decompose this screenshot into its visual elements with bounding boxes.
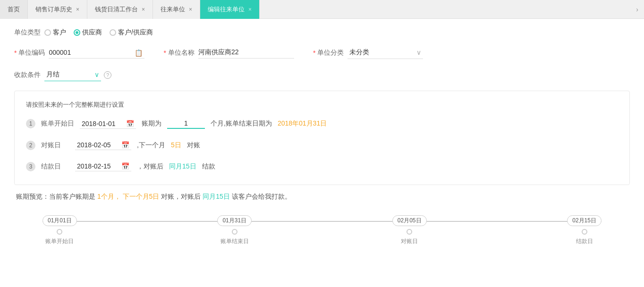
radio-supplier[interactable]: 供应商 bbox=[74, 28, 102, 37]
timeline-dot-0 bbox=[57, 229, 62, 235]
period-suffix-label-1: 账期为 bbox=[142, 119, 161, 128]
payment-terms-arrow: ∨ bbox=[94, 71, 99, 78]
unit-type-row: 单位类型 客户 供应商 客户/供应商 bbox=[14, 28, 630, 37]
timeline-point-1: 01月31日 账单结束日 bbox=[217, 215, 252, 245]
preview-middle: 对账，对账后 bbox=[161, 193, 201, 200]
period-highlight-date-1: 2018年01月31日 bbox=[278, 119, 327, 128]
tab-home[interactable]: 首页 bbox=[0, 0, 28, 19]
radio-both[interactable]: 客户/供应商 bbox=[110, 28, 153, 37]
timeline-label-2: 对账日 bbox=[401, 237, 418, 245]
period-date-3: 📅 bbox=[75, 161, 131, 171]
period-highlight-2: 5日 bbox=[171, 141, 181, 150]
period-date-input-2[interactable] bbox=[77, 141, 119, 149]
unit-name-group: * 单位名称 bbox=[163, 47, 294, 59]
preview-part3: 同月15日 bbox=[203, 193, 230, 200]
page-content: 单位类型 客户 供应商 客户/供应商 * 单位编码 📋 bbox=[0, 19, 644, 287]
payment-terms-value: 月结 bbox=[46, 70, 59, 79]
payment-terms-help[interactable]: ? bbox=[104, 71, 111, 79]
period-date-1: 📅 bbox=[80, 119, 136, 129]
timeline-point-3: 02月15日 结款日 bbox=[567, 215, 602, 245]
calendar-icon-2[interactable]: 📅 bbox=[121, 141, 129, 149]
payment-terms-select[interactable]: 月结 ∨ bbox=[44, 68, 101, 81]
timeline-label-3: 结款日 bbox=[576, 237, 593, 245]
radio-label-both: 客户/供应商 bbox=[118, 28, 153, 37]
tab-edit-partner[interactable]: 编辑往来单位 × bbox=[200, 0, 260, 19]
unit-code-group: * 单位编码 📋 bbox=[14, 47, 144, 59]
calendar-icon-1[interactable]: 📅 bbox=[126, 120, 134, 127]
payment-terms-row: 收款条件 月结 ∨ ? bbox=[14, 68, 630, 81]
period-highlight-3: 同月15日 bbox=[169, 162, 196, 171]
timeline-badge-0: 01月01日 bbox=[42, 215, 77, 226]
timeline-points: 01月01日 账单开始日 01月31日 账单结束日 02月05日 对账日 02月… bbox=[42, 215, 602, 245]
timeline-badge-3: 02月15日 bbox=[567, 215, 602, 226]
preview-part2: 下一个月5日 bbox=[123, 193, 160, 200]
period-after-2: 对账 bbox=[187, 141, 200, 150]
period-label-2: 对账日 bbox=[41, 141, 69, 150]
unit-code-label: 单位编码 bbox=[18, 49, 45, 57]
tab-sales-history[interactable]: 销售订单历史 × bbox=[28, 0, 87, 19]
unit-name-input-wrap bbox=[198, 47, 294, 59]
timeline-dot-2 bbox=[407, 229, 412, 235]
unit-name-label: 单位名称 bbox=[168, 49, 195, 57]
period-label-3: 结款日 bbox=[41, 162, 69, 171]
period-num-1: 1 bbox=[26, 119, 35, 128]
tab-partners[interactable]: 往来单位 × bbox=[153, 0, 200, 19]
period-row-2: 2 对账日 📅 ,下一个月5日 对账 bbox=[26, 140, 618, 150]
period-date-2: 📅 bbox=[75, 140, 131, 150]
tab-more-button[interactable]: › bbox=[630, 0, 644, 19]
tab-cashflow[interactable]: 钱货日清工作台 × bbox=[87, 0, 153, 19]
timeline-point-2: 02月05日 对账日 bbox=[392, 215, 427, 245]
unit-category-arrow: ∨ bbox=[416, 49, 421, 56]
close-edit-partner[interactable]: × bbox=[248, 6, 252, 13]
period-prefix-2: ,下一个月 bbox=[137, 141, 165, 150]
calendar-icon-3[interactable]: 📅 bbox=[121, 162, 129, 170]
close-partners[interactable]: × bbox=[189, 6, 192, 13]
period-prefix-3: ，对账后 bbox=[137, 162, 163, 171]
unit-code-input[interactable] bbox=[49, 47, 144, 59]
unit-type-radio-group: 客户 供应商 客户/供应商 bbox=[44, 28, 153, 37]
period-date-input-3[interactable] bbox=[77, 162, 119, 170]
timeline-badge-1: 01月31日 bbox=[217, 215, 252, 226]
period-row-3: 3 结款日 📅 ，对账后同月15日 结款 bbox=[26, 161, 618, 171]
preview-end: 该客户会给我打款。 bbox=[232, 193, 291, 200]
timeline-badge-2: 02月05日 bbox=[392, 215, 427, 226]
period-box-title: 请按照未来的一个完整帐期进行设置 bbox=[26, 101, 618, 109]
close-sales-history[interactable]: × bbox=[76, 6, 79, 13]
timeline-point-0: 01月01日 账单开始日 bbox=[42, 215, 77, 245]
radio-customer[interactable]: 客户 bbox=[44, 28, 66, 37]
preview-text: 账期预览：当前客户账期是 1个月， 下一个月5日 对账，对账后 同月15日 该客… bbox=[14, 193, 630, 201]
period-unit-text-1: 个月,账单结束日期为 bbox=[211, 119, 272, 128]
radio-circle-both bbox=[110, 29, 116, 36]
preview-part1: 1个月， bbox=[97, 193, 121, 200]
unit-info-row: * 单位编码 📋 * 单位名称 * 单位分类 未分类 ∨ bbox=[14, 46, 630, 59]
radio-label-customer: 客户 bbox=[53, 28, 66, 37]
timeline-dot-3 bbox=[582, 229, 587, 235]
unit-code-input-wrap: 📋 bbox=[49, 47, 144, 59]
radio-circle-customer bbox=[44, 29, 51, 36]
unit-type-label: 单位类型 bbox=[14, 28, 41, 37]
preview-label: 账期预览：当前客户账期是 bbox=[16, 193, 95, 200]
radio-circle-supplier bbox=[74, 29, 80, 36]
timeline-dot-1 bbox=[232, 229, 237, 235]
tab-bar: 首页 销售订单历史 × 钱货日清工作台 × 往来单位 × 编辑往来单位 × › bbox=[0, 0, 644, 19]
timeline: 01月01日 账单开始日 01月31日 账单结束日 02月05日 对账日 02月… bbox=[14, 211, 630, 250]
period-months-input[interactable] bbox=[167, 118, 205, 129]
period-row-1: 1 账单开始日 📅 账期为 个月,账单结束日期为 2018年01月31日 bbox=[26, 118, 618, 129]
unit-category-label: 单位分类 bbox=[317, 49, 344, 57]
close-cashflow[interactable]: × bbox=[142, 6, 145, 13]
unit-name-input[interactable] bbox=[198, 47, 294, 59]
timeline-label-0: 账单开始日 bbox=[45, 237, 74, 245]
radio-label-supplier: 供应商 bbox=[82, 28, 102, 37]
timeline-label-1: 账单结束日 bbox=[220, 237, 249, 245]
unit-category-select[interactable]: 未分类 ∨ bbox=[347, 46, 423, 59]
period-label-1: 账单开始日 bbox=[41, 119, 74, 128]
period-after-3: 结款 bbox=[202, 162, 215, 171]
payment-terms-label: 收款条件 bbox=[14, 71, 41, 79]
period-box: 请按照未来的一个完整帐期进行设置 1 账单开始日 📅 账期为 个月,账单结束日期… bbox=[14, 91, 630, 185]
period-num-3: 3 bbox=[26, 162, 35, 171]
unit-code-icon[interactable]: 📋 bbox=[135, 49, 143, 57]
unit-category-group: * 单位分类 未分类 ∨ bbox=[313, 46, 423, 59]
unit-category-value: 未分类 bbox=[349, 48, 369, 57]
period-num-2: 2 bbox=[26, 141, 35, 150]
period-date-input-1[interactable] bbox=[82, 120, 124, 127]
